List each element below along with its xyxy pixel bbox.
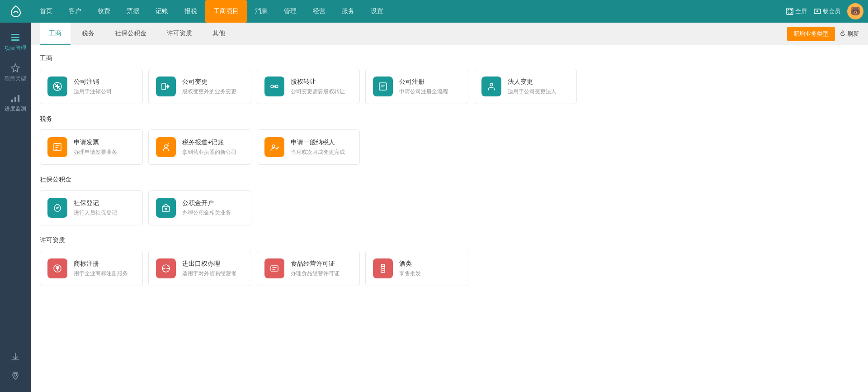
sidebar-download-button[interactable]	[0, 347, 31, 366]
nav-item-收费[interactable]: 收费	[90, 0, 118, 23]
card-desc-酒类: 零售批发	[399, 270, 421, 277]
card-申请一般纳税人[interactable]: 申请一般纳税人当月或次月成变更完成	[257, 129, 360, 165]
card-info-公司注册: 公司注册申请公司注册全流程	[399, 78, 448, 96]
svg-rect-20	[162, 207, 170, 211]
nav-item-报税[interactable]: 报税	[176, 0, 205, 23]
register-company-icon	[373, 76, 393, 96]
card-desc-商标注册: 用于企业商标注册服务	[74, 270, 128, 277]
svg-rect-4	[11, 37, 19, 38]
top-nav-right: 全屏 畅会员 🐻	[786, 3, 863, 19]
svg-rect-5	[11, 39, 19, 41]
card-title-公司注销: 公司注销	[74, 78, 112, 86]
content-scroll: 工商公司注销适用于注销公司公司变更股权变更外的业务变更股权转让公司变更需要股权转…	[31, 45, 868, 392]
add-type-button[interactable]: 新增业务类型	[787, 27, 835, 41]
sub-tab-工商[interactable]: 工商	[40, 23, 71, 45]
tax-report-icon	[156, 137, 176, 157]
section-title-工商: 工商	[40, 54, 859, 62]
top-nav: 首页客户收费票据记账报税工商项目消息管理经营服务设置 全屏 畅会员 🐻	[0, 0, 868, 23]
card-公司注册[interactable]: 公司注册申请公司注册全流程	[365, 69, 468, 104]
cancel-company-icon	[47, 76, 67, 96]
card-公司变更[interactable]: 公司变更股权变更外的业务变更	[148, 69, 251, 104]
section-title-税务: 税务	[40, 115, 859, 123]
card-title-食品经营许可证: 食品经营许可证	[291, 260, 340, 268]
card-申请发票[interactable]: 申请发票办理申请发票业务	[40, 129, 143, 165]
sidebar-item-label: 项目管理	[5, 44, 26, 52]
card-info-酒类: 酒类零售批发	[399, 260, 421, 277]
card-食品经营许可证[interactable]: 食品经营许可证办理食品经营许可证	[257, 251, 360, 286]
card-info-法人变更: 法人变更适用于公司变更法人	[508, 78, 557, 96]
mascot-avatar: 🐻	[847, 3, 863, 19]
cards-grid-许可资质: 商标注册用于企业商标注册服务进出口权办理适用于对外贸易经营者食品经营许可证办理食…	[40, 251, 859, 286]
svg-rect-8	[14, 97, 16, 102]
sub-tab-其他[interactable]: 其他	[203, 23, 234, 45]
sidebar-item-label: 项目类型	[5, 75, 26, 82]
svg-rect-0	[787, 8, 793, 14]
card-社保登记[interactable]: 社保登记进行人员社保登记	[40, 190, 143, 225]
card-公积金开户[interactable]: 公积金开户办理公积金相关业务	[148, 190, 251, 225]
svg-point-18	[165, 145, 167, 148]
card-info-公司注销: 公司注销适用于注销公司	[74, 78, 112, 96]
sub-tab-社保公积金[interactable]: 社保公积金	[106, 23, 156, 45]
card-info-食品经营许可证: 食品经营许可证办理食品经营许可证	[291, 260, 340, 277]
card-title-酒类: 酒类	[399, 260, 421, 268]
nav-item-工商项目[interactable]: 工商项目	[205, 0, 247, 23]
card-股权转让[interactable]: 股权转让公司变更需要股权转让	[257, 69, 360, 104]
card-税务报道+记账[interactable]: 税务报道+记账拿到营业执照的新公司	[148, 129, 251, 165]
card-desc-食品经营许可证: 办理食品经营许可证	[291, 270, 340, 277]
card-title-社保登记: 社保登记	[74, 199, 117, 207]
nav-item-记账[interactable]: 记账	[147, 0, 176, 23]
card-desc-法人变更: 适用于公司变更法人	[508, 88, 557, 96]
sidebar-item-label: 进度监测	[5, 105, 26, 113]
sidebar-location-button[interactable]	[0, 366, 31, 385]
svg-point-10	[14, 373, 17, 376]
card-title-公积金开户: 公积金开户	[182, 199, 231, 207]
svg-rect-9	[18, 95, 19, 102]
section-title-许可资质: 许可资质	[40, 236, 859, 244]
nav-item-服务[interactable]: 服务	[334, 0, 363, 23]
card-酒类[interactable]: 酒类零售批发	[365, 251, 468, 286]
nav-item-经营[interactable]: 经营	[305, 0, 334, 23]
invoice-icon	[47, 137, 67, 157]
card-title-公司变更: 公司变更	[182, 78, 236, 86]
refresh-button[interactable]: ↻ 刷新	[840, 29, 859, 38]
food-license-icon	[264, 258, 284, 278]
card-info-申请发票: 申请发票办理申请发票业务	[74, 139, 117, 156]
card-info-股权转让: 股权转让公司变更需要股权转让	[291, 78, 345, 96]
content-area: 工商税务社保公积金许可资质其他新增业务类型↻ 刷新 工商公司注销适用于注销公司公…	[31, 23, 868, 392]
card-info-公司变更: 公司变更股权变更外的业务变更	[182, 78, 236, 96]
card-info-申请一般纳税人: 申请一般纳税人当月或次月成变更完成	[291, 139, 345, 156]
social-security-icon	[47, 198, 67, 218]
sub-tab-税务[interactable]: 税务	[73, 23, 104, 45]
vip-button[interactable]: 畅会员	[814, 7, 840, 15]
sidebar-item-project-management[interactable]: 项目管理	[0, 27, 31, 57]
sidebar: 项目管理 项目类型 进度监测	[0, 23, 31, 392]
nav-item-管理[interactable]: 管理	[276, 0, 305, 23]
equity-transfer-icon	[264, 76, 284, 96]
card-进出口权办理[interactable]: 进出口权办理适用于对外贸易经营者	[148, 251, 251, 286]
card-公司注销[interactable]: 公司注销适用于注销公司	[40, 69, 143, 104]
card-title-公司注册: 公司注册	[399, 78, 448, 86]
nav-items: 首页客户收费票据记账报税工商项目消息管理经营服务设置	[32, 0, 786, 23]
sidebar-item-progress-monitor[interactable]: 进度监测	[0, 88, 31, 118]
card-title-股权转让: 股权转让	[291, 78, 345, 86]
card-法人变更[interactable]: 法人变更适用于公司变更法人	[474, 69, 577, 104]
svg-point-16	[490, 83, 493, 86]
svg-rect-24	[271, 266, 278, 271]
fullscreen-button[interactable]: 全屏	[786, 7, 807, 15]
sub-tab-许可资质[interactable]: 许可资质	[158, 23, 201, 45]
nav-item-首页[interactable]: 首页	[32, 0, 61, 23]
card-商标注册[interactable]: 商标注册用于企业商标注册服务	[40, 251, 143, 286]
change-company-icon	[156, 76, 176, 96]
card-desc-社保登记: 进行人员社保登记	[74, 209, 117, 217]
nav-item-消息[interactable]: 消息	[247, 0, 276, 23]
nav-item-客户[interactable]: 客户	[61, 0, 90, 23]
main-layout: 项目管理 项目类型 进度监测	[0, 23, 868, 392]
nav-item-票据[interactable]: 票据	[118, 0, 147, 23]
housing-fund-icon	[156, 198, 176, 218]
sub-tabs-right: 新增业务类型↻ 刷新	[787, 27, 859, 41]
cards-grid-工商: 公司注销适用于注销公司公司变更股权变更外的业务变更股权转让公司变更需要股权转让公…	[40, 69, 859, 104]
sidebar-item-project-type[interactable]: 项目类型	[0, 57, 31, 88]
nav-item-设置[interactable]: 设置	[363, 0, 392, 23]
section-title-社保公积金: 社保公积金	[40, 176, 859, 184]
card-info-公积金开户: 公积金开户办理公积金相关业务	[182, 199, 231, 217]
